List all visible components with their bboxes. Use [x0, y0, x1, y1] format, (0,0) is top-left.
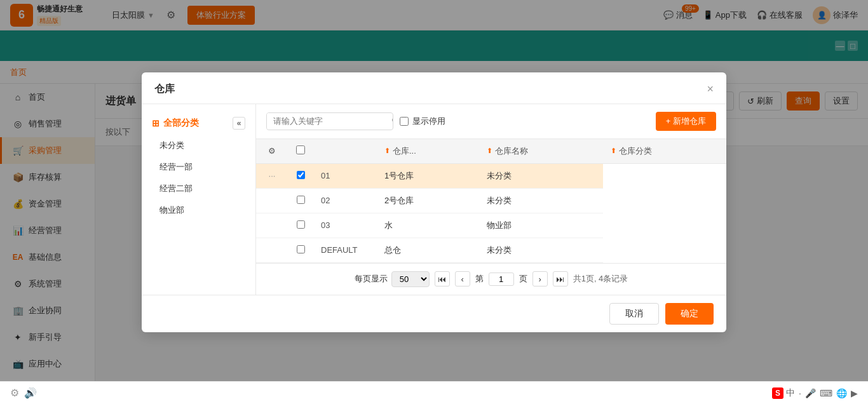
th-category: ⬆ 仓库分类 [603, 139, 726, 164]
row-check-cell [288, 163, 313, 188]
modal-footer: 取消 确定 [142, 295, 726, 332]
search-input[interactable] [267, 113, 386, 129]
per-page-select[interactable]: 50 100 200 [391, 271, 430, 287]
total-info: 共1页, 4条记录 [573, 273, 628, 285]
category-item-ops1[interactable]: 经营一部 [142, 156, 255, 178]
row-checkbox-3[interactable] [297, 245, 305, 253]
row-name-cell: 2号仓库 [377, 188, 479, 213]
close-button[interactable]: × [707, 83, 714, 95]
row-checkbox-2[interactable] [297, 220, 305, 229]
category-item-property[interactable]: 物业部 [142, 199, 255, 221]
row-check-cell [288, 238, 313, 262]
category-item-unclassified[interactable]: 未分类 [142, 135, 255, 156]
next-page-button[interactable]: › [532, 271, 548, 286]
category-item-ops2[interactable]: 经营二部 [142, 178, 255, 199]
page-input[interactable] [489, 273, 514, 286]
search-input-wrap: 🔍 [266, 112, 393, 130]
row-settings-cell [256, 238, 288, 262]
th-settings: ⚙ [256, 139, 288, 164]
page-text: 第 [475, 273, 484, 285]
row-category-cell: 物业部 [479, 213, 602, 238]
col-name-label: 仓库名称 [495, 145, 528, 157]
arrow-icon[interactable]: ▶ [851, 388, 858, 398]
per-page-label: 每页显示 [355, 273, 388, 285]
dot-icon: · [799, 388, 801, 398]
sort-icon: ⬆ [384, 147, 390, 155]
mic-icon[interactable]: 🎤 [805, 388, 816, 398]
add-warehouse-button[interactable]: + 新增仓库 [656, 112, 716, 131]
last-page-button[interactable]: ⏭ [553, 271, 568, 286]
show-disabled-text: 显示停用 [412, 116, 445, 127]
row-code-cell: 01 [313, 163, 377, 188]
modal-body: ⊞ 全部分类 « 未分类 经营一部 经营二部 物业部 🔍 [142, 104, 726, 295]
cancel-button[interactable]: 取消 [609, 303, 659, 325]
table-row[interactable]: 03 水 物业部 [256, 213, 726, 238]
row-settings-cell: ··· [256, 163, 288, 188]
row-checkbox-0[interactable] [297, 171, 305, 179]
bottom-sound-icon[interactable]: 🔊 [24, 387, 37, 399]
row-code-cell: 02 [313, 188, 377, 213]
all-category-header[interactable]: ⊞ 全部分类 « [142, 112, 255, 135]
table-toolbar: 🔍 显示停用 + 新增仓库 [256, 104, 726, 139]
table-wrap: ⚙ ⬆ 仓库... [256, 139, 726, 263]
row-name-cell: 总仓 [377, 238, 479, 262]
collapse-button[interactable]: « [233, 117, 245, 130]
row-code-cell: DEFAULT [313, 238, 377, 262]
globe-icon[interactable]: 🌐 [836, 388, 847, 398]
row-category-cell: 未分类 [479, 163, 602, 188]
row-category-cell: 未分类 [479, 188, 602, 213]
search-button[interactable]: 🔍 [386, 113, 393, 130]
per-page-wrap: 每页显示 50 100 200 [355, 271, 430, 287]
row-code-cell: 03 [313, 213, 377, 238]
th-num [313, 139, 377, 164]
bottom-bar: ⚙ 🔊 S 中 · 🎤 ⌨ 🌐 ▶ [0, 381, 868, 404]
row-name-cell: 水 [377, 213, 479, 238]
row-check-cell [288, 188, 313, 213]
table-row[interactable]: DEFAULT 总仓 未分类 [256, 238, 726, 262]
sort-icon-name: ⬆ [487, 147, 492, 155]
row-name-cell: 1号仓库 [377, 163, 479, 188]
row-checkbox-1[interactable] [297, 196, 305, 204]
modal-header: 仓库 × [142, 72, 726, 104]
bottom-left: ⚙ 🔊 [10, 387, 37, 399]
bottom-logo: S [772, 387, 783, 399]
col-category-label: 仓库分类 [619, 145, 652, 157]
show-disabled-label[interactable]: 显示停用 [400, 116, 445, 127]
pagination: 每页显示 50 100 200 ⏮ ‹ 第 页 › ⏭ 共1页, 4条记录 [256, 263, 726, 295]
keyboard-icon[interactable]: ⌨ [820, 388, 832, 398]
modal-title: 仓库 [154, 83, 175, 96]
col-code-label: 仓库... [393, 145, 416, 157]
page-unit: 页 [519, 273, 527, 285]
th-name: ⬆ 仓库名称 [479, 139, 602, 164]
bottom-right: S 中 · 🎤 ⌨ 🌐 ▶ [772, 387, 858, 399]
all-category-label: 全部分类 [163, 118, 199, 129]
prev-page-button[interactable]: ‹ [455, 271, 470, 286]
confirm-button[interactable]: 确定 [665, 303, 714, 325]
row-settings-cell [256, 188, 288, 213]
warehouse-modal: 仓库 × ⊞ 全部分类 « 未分类 经营一部 经营二部 物业部 [142, 72, 726, 332]
row-category-cell: 未分类 [479, 238, 602, 262]
row-settings-cell [256, 213, 288, 238]
sort-icon-cat: ⬆ [611, 147, 616, 155]
th-code: ⬆ 仓库... [377, 139, 479, 164]
row-check-cell [288, 213, 313, 238]
grid-icon: ⊞ [152, 118, 159, 128]
category-panel: ⊞ 全部分类 « 未分类 经营一部 经营二部 物业部 [142, 104, 256, 295]
ime-cn-icon[interactable]: 中 [786, 387, 795, 399]
show-disabled-checkbox[interactable] [400, 117, 409, 126]
table-row[interactable]: ··· 01 1号仓库 未分类 [256, 163, 726, 188]
table-row[interactable]: 02 2号仓库 未分类 [256, 188, 726, 213]
select-all-checkbox[interactable] [296, 145, 305, 154]
warehouse-table: ⚙ ⬆ 仓库... [256, 139, 726, 263]
table-panel: 🔍 显示停用 + 新增仓库 ⚙ [256, 104, 726, 295]
modal-overlay: 仓库 × ⊞ 全部分类 « 未分类 经营一部 经营二部 物业部 [0, 0, 868, 404]
bottom-settings-icon[interactable]: ⚙ [10, 387, 19, 399]
first-page-button[interactable]: ⏮ [435, 271, 450, 286]
th-check [288, 139, 313, 164]
bottom-icons: 中 · 🎤 ⌨ 🌐 ▶ [786, 387, 858, 399]
